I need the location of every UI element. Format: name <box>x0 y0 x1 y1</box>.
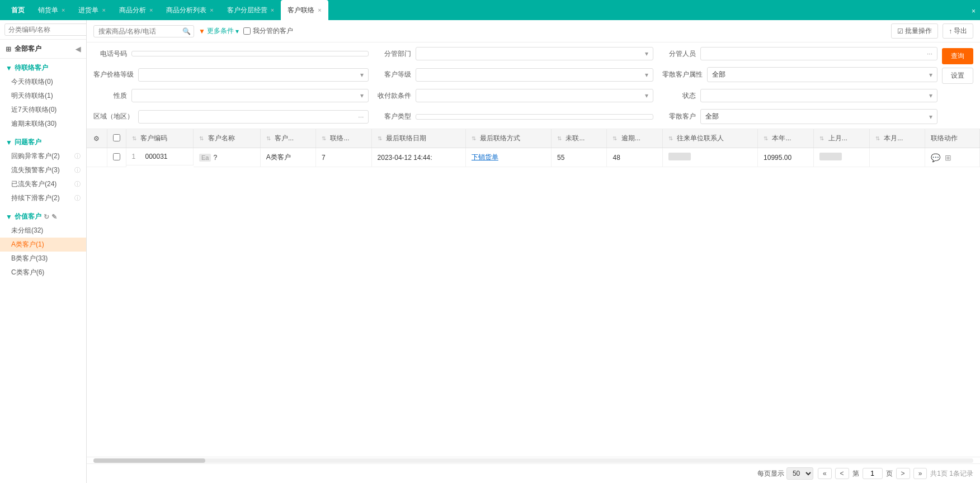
filter-nature-input[interactable]: ▾ <box>131 89 369 102</box>
sidebar-item-declining[interactable]: 持续下滑客户(2) ⓘ <box>0 191 86 205</box>
td-this-year: 10995.00 <box>758 148 814 167</box>
th-last-contact-date: ⇅ 最后联络日期 <box>371 129 465 148</box>
prev-page-button[interactable]: < <box>835 468 849 479</box>
dept-arrow-icon: ▾ <box>645 50 648 58</box>
scrollbar-thumb[interactable] <box>93 458 205 463</box>
customer-table: ⚙ ⇅ 客户编码 ⇅ 客户名称 <box>87 129 980 167</box>
filter-field-cust-type: 客户类型 <box>378 112 653 121</box>
retail-arrow-icon: ▾ <box>929 113 932 121</box>
close-all-button[interactable]: × <box>972 4 976 16</box>
close-customer-contact-icon[interactable]: × <box>318 7 321 13</box>
nav-tab-customer-contact[interactable]: 客户联络 × <box>281 0 328 20</box>
close-customer-tier-icon[interactable]: × <box>271 7 274 13</box>
close-purchase-icon[interactable]: × <box>102 7 105 13</box>
last-page-button[interactable]: » <box>913 468 927 479</box>
sidebar-item-class-a[interactable]: A类客户(1) <box>0 238 86 252</box>
nature-arrow-icon: ▾ <box>360 92 364 100</box>
info-icon-2: ⓘ <box>74 166 81 174</box>
filter-right-actions: ☑ 批量操作 ↑ 导出 <box>891 23 973 39</box>
filter-row-3: 性质 ▾ 收付款条件 ▾ <box>93 89 937 102</box>
action-chat-icon[interactable]: 💬 <box>931 153 940 162</box>
nav-tab-goods-analysis-list[interactable]: 商品分析列表 × <box>159 0 220 20</box>
filter-payment-input[interactable]: ▾ <box>416 89 653 102</box>
filter-region-input[interactable]: ··· <box>138 110 369 124</box>
sidebar-item-today[interactable]: 今天待联络(0) <box>0 75 86 89</box>
sidebar-item-ungroup[interactable]: 未分组(32) <box>0 224 86 238</box>
table-row: 1 000031 Ea ? A类客户 7 2023-04-12 14:44: <box>87 148 980 167</box>
gear-icon[interactable]: ⚙ <box>93 135 100 143</box>
td-overdue: 48 <box>607 148 662 167</box>
filter-phone-input[interactable] <box>131 51 369 56</box>
filter-field-region: 区域（地区） ··· <box>93 110 369 124</box>
batch-op-button[interactable]: ☑ 批量操作 <box>891 23 938 39</box>
info-icon-4: ⓘ <box>74 194 81 202</box>
main-search-input[interactable] <box>98 27 182 35</box>
manager-dots-icon[interactable]: ··· <box>927 50 932 58</box>
filter-manager-input[interactable]: ··· <box>700 47 937 60</box>
main-search-icon[interactable]: 🔍 <box>182 27 191 35</box>
query-button[interactable]: 查询 <box>942 48 973 64</box>
sidebar-item-class-b[interactable]: B类客户(33) <box>0 252 86 266</box>
filter-status-input[interactable]: ▾ <box>700 89 937 102</box>
sidebar-item-class-c[interactable]: C类客户(6) <box>0 266 86 280</box>
sidebar-collapse-icon[interactable]: ◀ <box>76 45 81 53</box>
nav-tab-customer-tier[interactable]: 客户分层经营 × <box>220 0 281 20</box>
more-filters-button[interactable]: ▼ 更多条件 ▾ <box>199 26 239 36</box>
sidebar-section-title-problem[interactable]: ▼ 问题客户 <box>0 135 86 149</box>
sidebar-item-tomorrow[interactable]: 明天待联络(1) <box>0 89 86 103</box>
sort-icon-not-contacted: ⇅ <box>557 135 562 141</box>
page-size-select[interactable]: 50 <box>786 467 813 480</box>
sidebar-item-overdue[interactable]: 逾期未联络(30) <box>0 117 86 131</box>
export-icon: ↑ <box>949 27 952 35</box>
total-records: 共1页 1条记录 <box>930 469 973 479</box>
td-last-contact-method: 下销货单 <box>465 148 551 167</box>
nav-tab-goods-analysis[interactable]: 商品分析 × <box>112 0 159 20</box>
filter-field-status: 状态 ▾ <box>662 89 937 102</box>
filter-field-phone: 电话号码 <box>93 49 369 59</box>
first-page-button[interactable]: « <box>818 468 832 479</box>
filter-cust-level-input[interactable]: ▾ <box>416 68 653 82</box>
settings-button[interactable]: 设置 <box>942 68 973 84</box>
my-customers-checkbox-wrapper: 我分管的客户 <box>243 26 293 36</box>
nav-tab-purchase[interactable]: 进货单 × <box>72 0 112 20</box>
action-link-icon[interactable]: ⊞ <box>945 153 951 162</box>
close-goods-list-icon[interactable]: × <box>210 7 213 13</box>
filter-retail-input[interactable]: 全部 ▾ <box>700 109 937 124</box>
next-page-button[interactable]: > <box>896 468 910 479</box>
row-checkbox[interactable] <box>113 153 120 160</box>
page-number-input[interactable] <box>863 468 883 479</box>
td-num-code: 1 000031 <box>126 148 194 165</box>
refresh-icon[interactable]: ↻ <box>44 213 49 221</box>
sidebar-item-warning[interactable]: 流失预警客户(3) ⓘ <box>0 163 86 177</box>
filter-dept-input[interactable]: ▾ <box>416 47 653 60</box>
export-button[interactable]: ↑ 导出 <box>943 23 973 39</box>
close-sales-icon[interactable]: × <box>62 7 65 13</box>
sidebar-section-title-pending[interactable]: ▼ 待联络客户 <box>0 61 86 75</box>
sidebar-item-lost[interactable]: 已流失客户(24) ⓘ <box>0 177 86 191</box>
close-goods-analysis-icon[interactable]: × <box>149 7 153 13</box>
sidebar-header: ⊞ 全部客户 ◀ <box>0 40 86 59</box>
nav-tab-sales[interactable]: 销货单 × <box>31 0 72 20</box>
select-all-checkbox[interactable] <box>113 134 120 141</box>
edit-icon[interactable]: ✎ <box>51 213 57 221</box>
footer-pagination: 每页显示 50 « < 第 页 > » 共1页 1条记录 <box>87 463 980 483</box>
filter-price-level-input[interactable]: ▾ <box>138 68 369 82</box>
sidebar-item-abnormal[interactable]: 回购异常客户(2) ⓘ <box>0 149 86 163</box>
region-dots-icon[interactable]: ··· <box>358 113 364 121</box>
td-last-month <box>814 148 869 167</box>
sidebar-search-input[interactable] <box>4 23 87 36</box>
th-this-year: ⇅ 本年... <box>758 129 814 148</box>
sort-icon-date: ⇅ <box>378 135 382 141</box>
filter-retail-attr-input[interactable]: 全部 ▾ <box>707 67 937 82</box>
sidebar-item-7days[interactable]: 近7天待联络(0) <box>0 103 86 117</box>
nav-tab-home[interactable]: 首页 <box>4 0 31 20</box>
td-actions: 💬 ⊞ <box>925 148 980 167</box>
td-gear <box>87 148 107 167</box>
my-customers-checkbox[interactable] <box>243 27 251 35</box>
filter-cust-type-input[interactable] <box>416 114 653 120</box>
last-month-placeholder <box>819 153 842 160</box>
sort-icon-year: ⇅ <box>764 135 768 141</box>
filter-field-nature: 性质 ▾ <box>93 89 369 102</box>
scrollbar-track[interactable] <box>93 458 973 463</box>
sidebar-section-title-value[interactable]: ▼ 价值客户 ↻ ✎ <box>0 210 86 224</box>
